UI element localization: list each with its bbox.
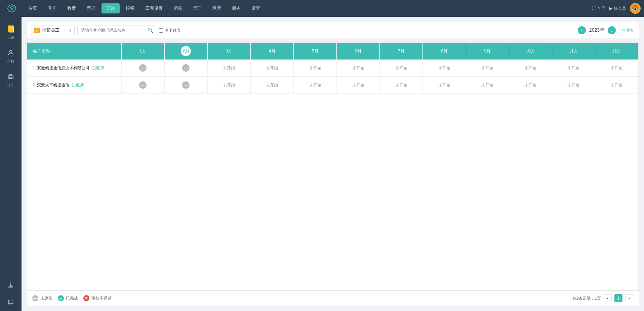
col-month-10[interactable]: 10月 xyxy=(509,43,552,60)
status-not-started: 未开始 xyxy=(266,66,278,70)
status-not-started: 未开始 xyxy=(481,66,493,70)
status-not-started: 未开始 xyxy=(524,66,536,70)
svg-rect-4 xyxy=(8,287,13,287)
status-not-started: 未开始 xyxy=(266,83,278,87)
month-cell-1-10: 未开始 xyxy=(509,60,552,77)
data-table: 客户名称 1月 2月 3月 4月 5月 6月 7月 8月 9月 10月 11月 … xyxy=(27,43,638,94)
month-cell-1-4: 未开始 xyxy=(250,60,293,77)
nav-item-首页[interactable]: 首页 xyxy=(24,3,42,13)
sidebar-item-shenhe[interactable]: 审核 xyxy=(0,44,22,68)
sidebar-item-chat[interactable] xyxy=(0,294,22,311)
month-cell-1-1[interactable]: — xyxy=(121,60,164,77)
legend-rejected-label: 审核不通过 xyxy=(91,296,112,301)
search-input[interactable] xyxy=(78,26,145,34)
month-cell-2-3: 未开始 xyxy=(207,77,250,94)
nav-item-服务[interactable]: 服务 xyxy=(227,3,245,13)
client-name-cell: 2漠澳太平畅捷通信进账簿 xyxy=(27,77,121,94)
employee-icon: 册 xyxy=(34,28,40,33)
sidebar-item-download[interactable] xyxy=(0,276,22,294)
year-nav: ‹ 2023年 › xyxy=(578,26,616,34)
nav-item-记账[interactable]: 记账 xyxy=(102,3,120,13)
col-month-5[interactable]: 5月 xyxy=(294,43,337,60)
svg-point-1 xyxy=(9,50,12,53)
svg-point-0 xyxy=(11,8,12,10)
month-cell-1-12: 未开始 xyxy=(595,60,638,77)
month-cell-1-11: 未开始 xyxy=(552,60,595,77)
col-month-9[interactable]: 9月 xyxy=(466,43,509,60)
prev-year-button[interactable]: ‹ xyxy=(578,26,586,34)
member-icon: ▶ xyxy=(609,6,612,11)
status-not-started: 未开始 xyxy=(481,83,493,87)
status-not-started: 未开始 xyxy=(610,66,622,70)
status-not-started: 未开始 xyxy=(438,83,450,87)
next-page-button[interactable]: › xyxy=(625,294,633,302)
col-month-7[interactable]: 7月 xyxy=(380,43,423,60)
client-name: 漠澳太平畅捷通信 xyxy=(37,83,69,87)
col-month-2[interactable]: 2月 xyxy=(164,43,207,60)
sidebar-item-print[interactable]: 打印 xyxy=(0,68,22,92)
legend-completed: 已完成 xyxy=(58,295,78,301)
page-1-button[interactable]: 1 xyxy=(614,294,622,302)
nav-item-管理[interactable]: 管理 xyxy=(188,3,206,13)
col-month-4[interactable]: 4月 xyxy=(250,43,293,60)
year-label: 2023年 xyxy=(589,27,604,33)
status-not-started: 未开始 xyxy=(438,66,450,70)
month-cell-1-2[interactable]: — xyxy=(164,60,207,77)
nav-item-消息[interactable]: 消息 xyxy=(169,3,187,13)
nav-item-经营[interactable]: 经营 xyxy=(208,3,226,13)
total-records-label: 共2条记录，1页 xyxy=(572,296,601,301)
month-cell-2-2[interactable]: — xyxy=(164,77,207,94)
legend-dot-gray: — xyxy=(32,295,38,301)
nav-item-票据[interactable]: 票据 xyxy=(82,3,100,13)
search-button[interactable]: 🔍 xyxy=(145,26,156,35)
data-table-wrap: 客户名称 1月 2月 3月 4月 5月 6月 7月 8月 9月 10月 11月 … xyxy=(27,42,639,290)
member-btn[interactable]: ▶ 畅会员 xyxy=(609,6,626,11)
enter-ledger-link[interactable]: 进账簿 xyxy=(72,83,84,87)
status-dash-icon: — xyxy=(182,64,190,72)
col-month-11[interactable]: 11月 xyxy=(552,43,595,60)
next-year-button[interactable]: › xyxy=(608,26,616,34)
status-not-started: 未开始 xyxy=(524,83,536,87)
status-not-started: 未开始 xyxy=(567,83,579,87)
nav-item-客户[interactable]: 客户 xyxy=(43,3,61,13)
status-not-started: 未开始 xyxy=(567,66,579,70)
search-box: 🔍 xyxy=(77,26,156,35)
legend-dot-teal xyxy=(58,295,64,301)
nav-item-设置[interactable]: 设置 xyxy=(247,3,265,13)
refresh-label: 刷新 xyxy=(627,28,635,33)
nav-item-工商项目[interactable]: 工商项目 xyxy=(140,3,167,13)
col-month-12[interactable]: 12月 xyxy=(595,43,638,60)
legend-dot-red xyxy=(83,295,89,301)
month-cell-2-1[interactable]: — xyxy=(121,77,164,94)
month-cell-1-7: 未开始 xyxy=(380,60,423,77)
month-cell-2-10: 未开始 xyxy=(509,77,552,94)
month-cell-2-5: 未开始 xyxy=(294,77,337,94)
nav-item-收费[interactable]: 收费 xyxy=(63,3,81,13)
svg-rect-3 xyxy=(9,77,12,79)
toolbar: 册 全部员工 ▾ 🔍 名下账套 ‹ 2023年 › ↺ 刷新 xyxy=(27,22,639,38)
status-not-started: 未开始 xyxy=(610,83,622,87)
row-index: 1 xyxy=(33,66,35,70)
enter-ledger-link[interactable]: 进账簿 xyxy=(92,66,104,70)
sidebar-item-jizhang[interactable]: 📒 记账 xyxy=(0,20,22,44)
avatar[interactable]: 🐯 xyxy=(630,3,641,14)
my-accounts-checkbox-input[interactable] xyxy=(159,28,163,33)
month-cell-2-4: 未开始 xyxy=(250,77,293,94)
jizhang-icon: 📒 xyxy=(6,24,15,34)
month-cell-1-8: 未开始 xyxy=(423,60,466,77)
col-month-3[interactable]: 3月 xyxy=(207,43,250,60)
fullscreen-btn[interactable]: ⛶ 全屏 xyxy=(592,6,605,11)
month-cell-2-6: 未开始 xyxy=(337,77,380,94)
status-not-started: 未开始 xyxy=(352,83,364,87)
month-cell-1-6: 未开始 xyxy=(337,60,380,77)
refresh-button[interactable]: ↺ 刷新 xyxy=(622,28,635,33)
chevron-down-icon: ▾ xyxy=(69,28,72,33)
col-month-6[interactable]: 6月 xyxy=(337,43,380,60)
my-accounts-checkbox[interactable]: 名下账套 xyxy=(159,28,181,33)
col-month-1[interactable]: 1月 xyxy=(121,43,164,60)
employee-select[interactable]: 册 全部员工 ▾ xyxy=(31,26,75,35)
nav-item-报税[interactable]: 报税 xyxy=(121,3,139,13)
prev-page-button[interactable]: ‹ xyxy=(604,294,612,302)
col-month-8[interactable]: 8月 xyxy=(423,43,466,60)
status-not-started: 未开始 xyxy=(309,83,321,87)
